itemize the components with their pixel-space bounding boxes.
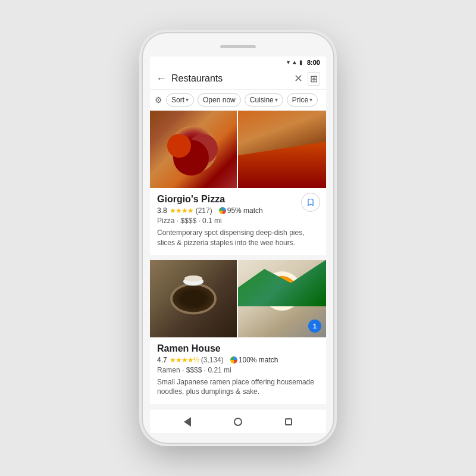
- restaurant-card-giorgios[interactable]: Giorgio's Pizza 3.8 ★★★★ (217) · 95% mat…: [150, 111, 326, 255]
- open-now-chip-label: Open now: [203, 96, 236, 104]
- giorgios-name: Giorgio's Pizza: [157, 194, 319, 205]
- giorgios-match-pct: 95% match: [227, 206, 263, 215]
- ramen-description: Small Japanese ramen place offering hous…: [157, 377, 319, 397]
- nav-back-button[interactable]: [181, 415, 194, 428]
- phone-device: ▾ ▲ ▮ 8:00 ← Restaurants ✕ ⊞ ⚙ Sort ▾ Op…: [143, 33, 333, 443]
- nav-home-button[interactable]: [231, 415, 245, 428]
- ramen-meta: Ramen · $$$$ · 0.21 mi: [157, 366, 319, 374]
- ramen-badge: 1: [308, 320, 321, 333]
- giorgios-separator: ·: [215, 207, 217, 214]
- giorgios-stars: ★★★★: [170, 206, 193, 215]
- nav-recent-button[interactable]: [282, 415, 295, 428]
- giorgios-match: 95% match: [219, 206, 263, 215]
- sort-chip-label: Sort: [171, 96, 184, 104]
- back-button[interactable]: ←: [156, 73, 167, 85]
- giorgios-image-right: [238, 111, 326, 188]
- ramen-image-left: [150, 260, 238, 337]
- ramen-bowl-img: [150, 260, 237, 337]
- filter-settings-icon[interactable]: ⚙: [155, 95, 162, 105]
- bookmark-icon: [306, 198, 315, 206]
- giorgios-image-left: [150, 111, 238, 188]
- battery-icon: ▮: [299, 59, 303, 65]
- price-chip[interactable]: Price ▾: [287, 93, 318, 107]
- ramen-images: 1: [150, 260, 326, 337]
- status-bar: ▾ ▲ ▮ 8:00: [150, 57, 326, 67]
- price-chevron-icon: ▾: [309, 96, 312, 103]
- restaurant-card-ramen[interactable]: 1 Ramen House 4.7 ★★★★½ (3,134) · 100% m…: [150, 260, 326, 405]
- search-actions: ✕ ⊞: [294, 72, 320, 86]
- giorgios-rating-row: 3.8 ★★★★ (217) · 95% match: [157, 206, 319, 215]
- search-query[interactable]: Restaurants: [171, 73, 289, 84]
- bottom-nav: [150, 409, 326, 433]
- giorgios-meta: Pizza · $$$$ · 0.1 mi: [157, 217, 319, 225]
- phone-screen: ▾ ▲ ▮ 8:00 ← Restaurants ✕ ⊞ ⚙ Sort ▾ Op…: [150, 57, 326, 433]
- giorgios-review-count: (217): [196, 206, 212, 215]
- open-now-chip[interactable]: Open now: [198, 93, 241, 107]
- price-chip-label: Price: [292, 96, 308, 104]
- filter-row: ⚙ Sort ▾ Open now Cuisine ▾ Price ▾: [150, 90, 326, 111]
- cuisine-chip-label: Cuisine: [250, 96, 274, 104]
- recent-square-icon: [285, 418, 292, 425]
- search-bar: ← Restaurants ✕ ⊞: [150, 67, 326, 90]
- wifi-icon: ▾: [287, 59, 290, 65]
- sort-chevron-icon: ▾: [186, 96, 189, 103]
- giorgios-rating: 3.8: [157, 206, 167, 215]
- status-icons: ▾ ▲ ▮ 8:00: [287, 59, 320, 66]
- ramen-name: Ramen House: [157, 343, 319, 354]
- status-time: 8:00: [307, 59, 320, 66]
- signal-icon: ▲: [292, 59, 298, 65]
- ramen-separator: ·: [226, 356, 228, 364]
- cuisine-chip[interactable]: Cuisine ▾: [245, 93, 283, 107]
- ramen-info: Ramen House 4.7 ★★★★½ (3,134) · 100% mat…: [150, 337, 326, 405]
- giorgios-pizza-left-img: [150, 111, 237, 188]
- ramen-image-right: 1: [238, 260, 326, 337]
- map-view-button[interactable]: ⊞: [308, 72, 320, 86]
- clear-search-button[interactable]: ✕: [294, 72, 303, 85]
- ramen-review-count: (3,134): [201, 356, 224, 364]
- phone-notch: [220, 45, 256, 48]
- home-circle-icon: [234, 418, 242, 426]
- giorgios-save-button[interactable]: [301, 193, 320, 212]
- ramen-match: 100% match: [230, 356, 278, 364]
- back-triangle-icon: [184, 417, 191, 427]
- ramen-match-pct: 100% match: [239, 356, 278, 364]
- results-list: Giorgio's Pizza 3.8 ★★★★ (217) · 95% mat…: [150, 111, 326, 409]
- giorgios-pizza-right-img: [238, 111, 326, 188]
- giorgios-info: Giorgio's Pizza 3.8 ★★★★ (217) · 95% mat…: [150, 188, 326, 255]
- ramen-rating-row: 4.7 ★★★★½ (3,134) · 100% match: [157, 356, 319, 364]
- google-match-dot-icon-ramen: [230, 356, 237, 364]
- cuisine-chevron-icon: ▾: [275, 96, 278, 103]
- ramen-stars: ★★★★½: [170, 356, 199, 364]
- google-match-dot-icon: [219, 207, 226, 214]
- giorgios-images: [150, 111, 326, 188]
- giorgios-description: Contemporary spot dispensing deep-dish p…: [157, 228, 319, 248]
- ramen-rating: 4.7: [157, 356, 167, 364]
- sort-chip[interactable]: Sort ▾: [166, 93, 194, 107]
